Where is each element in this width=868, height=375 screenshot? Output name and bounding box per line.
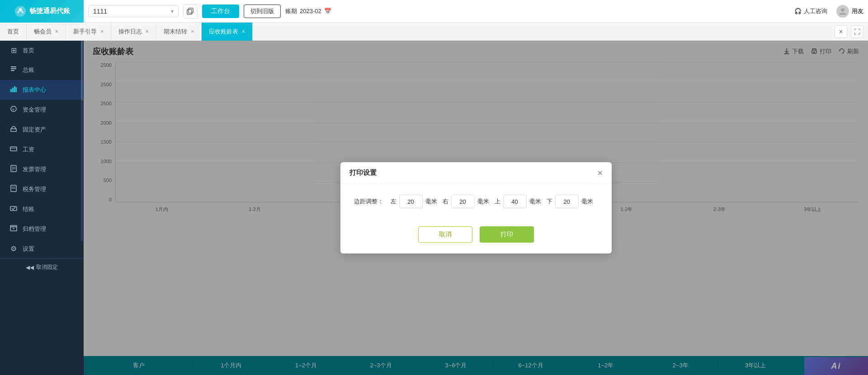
consult-button[interactable]: 🎧 人工咨询 (794, 7, 827, 15)
sidebar-label-checkout: 结账 (23, 205, 34, 213)
right-unit: 毫米 (477, 197, 489, 206)
bottom-unit: 毫米 (581, 197, 593, 206)
tab-guide-close-icon[interactable]: × (100, 28, 104, 35)
left-margin-input[interactable] (399, 195, 423, 208)
company-selector[interactable]: 1111 ▾ (88, 5, 179, 17)
copy-button[interactable] (183, 4, 198, 19)
workbench-button[interactable]: 工作台 (202, 5, 239, 18)
bottom-margin-input[interactable] (555, 195, 579, 208)
dialog-header: 打印设置 × (340, 162, 612, 184)
sidebar-label-fund: 资金管理 (23, 106, 46, 114)
sidebar-label-invoice: 发票管理 (23, 165, 46, 173)
right-label: 右 (443, 197, 448, 206)
right-margin-input[interactable] (451, 195, 475, 208)
headset-icon: 🎧 (794, 8, 802, 14)
sidebar-label-home: 首页 (23, 47, 34, 55)
tab-period-close[interactable]: 期末结转 × (156, 23, 202, 41)
tab-period-close-icon[interactable]: × (191, 28, 194, 35)
svg-rect-5 (11, 66, 16, 67)
tab-member[interactable]: 畅会员 × (27, 23, 66, 41)
sidebar-item-assets[interactable]: 固定资产 (0, 120, 84, 140)
sidebar-item-payroll[interactable]: 工资 (0, 140, 84, 159)
tab-operation-log[interactable]: 操作日志 × (111, 23, 156, 41)
logo-text: 畅捷通易代账 (29, 7, 70, 15)
logo-icon (14, 5, 27, 18)
svg-text:¥: ¥ (12, 108, 14, 112)
sidebar-item-fund[interactable]: ¥ 资金管理 (0, 100, 84, 120)
sidebar-item-archive[interactable]: 归档管理 (0, 219, 84, 239)
margin-right-group: 右 毫米 (443, 195, 489, 208)
chevron-down-icon: ▾ (171, 8, 174, 14)
company-name: 1111 (93, 8, 167, 15)
svg-point-4 (841, 8, 844, 12)
consult-label: 人工咨询 (804, 7, 827, 15)
user-area[interactable]: 用友 (836, 5, 863, 18)
sidebar-item-reports[interactable]: 报表中心 (0, 80, 84, 100)
sidebar-label-reports: 报表中心 (23, 86, 46, 94)
margin-left-group: 左 毫米 (391, 195, 437, 208)
tab-member-close-icon[interactable]: × (55, 28, 58, 35)
dialog-close-icon[interactable]: × (598, 169, 603, 177)
svg-rect-2 (187, 9, 192, 14)
assets-icon (9, 125, 18, 134)
sidebar-scrollbar[interactable] (81, 41, 83, 241)
logo: 畅捷通易代账 (0, 0, 84, 23)
sidebar-label-ledger: 总账 (23, 66, 34, 74)
svg-rect-14 (11, 129, 16, 131)
dialog-footer: 取消 打印 (340, 219, 612, 253)
settings-icon: ⚙ (9, 244, 18, 253)
sidebar-item-tax[interactable]: 税务管理 (0, 179, 84, 199)
switch-old-version-button[interactable]: 切到旧版 (244, 5, 281, 18)
calendar-icon[interactable]: 📅 (324, 8, 331, 14)
collapse-icon: ◀◀ (26, 264, 34, 271)
tab-expand-button[interactable]: ⛶ (851, 25, 863, 38)
dialog-body: 边距调整： 左 毫米 右 毫米 上 (340, 184, 612, 219)
svg-rect-15 (10, 147, 17, 151)
tab-guide-label: 新手引导 (73, 28, 97, 36)
svg-rect-11 (16, 87, 17, 92)
sidebar-item-checkout[interactable]: 结账 (0, 199, 84, 219)
margin-top-group: 上 毫米 (495, 195, 541, 208)
reports-icon (9, 85, 18, 94)
top-header: 畅捷通易代账 1111 ▾ 工作台 切到旧版 账期 2023-02 📅 🎧 人工… (0, 0, 868, 23)
content-area: 应收账龄表 下载 打印 刷 (84, 41, 868, 375)
top-margin-input[interactable] (503, 195, 527, 208)
avatar (836, 5, 849, 18)
sidebar-collapse-button[interactable]: ◀◀ 取消固定 (0, 258, 84, 276)
svg-rect-8 (10, 89, 12, 92)
sidebar-label-settings: 设置 (23, 245, 34, 253)
tab-guide[interactable]: 新手引导 × (66, 23, 111, 41)
tab-operation-log-label: 操作日志 (118, 28, 142, 36)
tab-aging-close-icon[interactable]: × (242, 28, 245, 35)
sidebar-item-ledger[interactable]: 总账 (0, 60, 84, 80)
tab-operation-log-close-icon[interactable]: × (146, 28, 149, 35)
sidebar-collapse-label: 取消固定 (36, 263, 58, 271)
sidebar-label-assets: 固定资产 (23, 126, 46, 134)
sidebar: ⊞ 首页 总账 报表中心 ¥ 资金管理 固定资产 (0, 41, 84, 375)
cancel-button[interactable]: 取消 (418, 226, 472, 243)
sidebar-item-settings[interactable]: ⚙ 设置 (0, 239, 84, 258)
archive-icon (9, 225, 18, 234)
svg-rect-26 (10, 225, 17, 227)
svg-rect-7 (11, 70, 14, 71)
username: 用友 (852, 7, 863, 15)
payroll-icon (9, 145, 18, 154)
top-unit: 毫米 (529, 197, 541, 206)
svg-rect-9 (12, 88, 14, 92)
left-unit: 毫米 (425, 197, 437, 206)
ledger-icon (9, 66, 18, 75)
svg-rect-3 (189, 8, 193, 13)
tab-aging[interactable]: 应收账龄表 × (202, 23, 253, 41)
sidebar-item-invoice[interactable]: 发票管理 (0, 159, 84, 179)
tab-period-close-label: 期末结转 (164, 28, 187, 36)
fund-icon: ¥ (9, 105, 18, 114)
svg-point-0 (15, 6, 26, 17)
top-label: 上 (495, 197, 500, 206)
sidebar-label-archive: 归档管理 (23, 225, 46, 233)
sidebar-item-home[interactable]: ⊞ 首页 (0, 41, 84, 60)
tab-member-label: 畅会员 (34, 28, 52, 36)
period-area: 账期 2023-02 📅 (285, 7, 331, 15)
tab-close-all-button[interactable]: × (835, 25, 847, 38)
confirm-print-button[interactable]: 打印 (480, 226, 534, 243)
tab-home[interactable]: 首页 (0, 23, 27, 41)
